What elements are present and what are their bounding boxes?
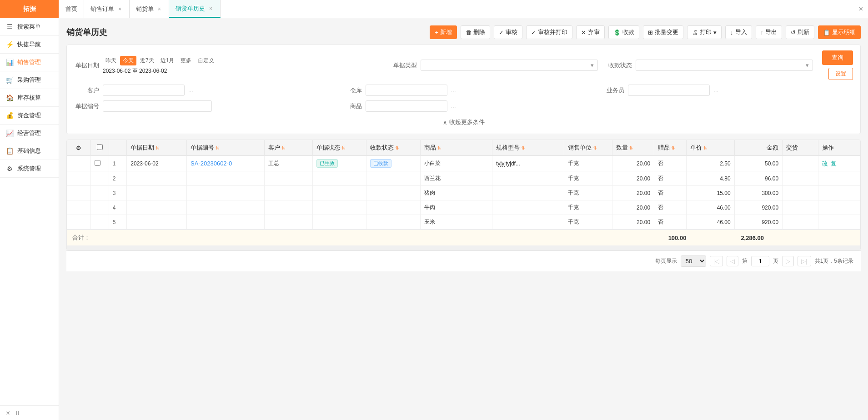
sidebar-item-label: 资金管理 [17,111,41,120]
date-tab-today[interactable]: 今天 [120,56,136,65]
abandon-button[interactable]: ✕ 弃审 [576,25,605,39]
edit-action-0[interactable]: 改 [822,160,828,168]
first-page-btn[interactable]: |◁ [710,256,723,266]
page-input[interactable] [751,256,769,266]
filter-salesman: 业务员 ... [599,85,853,96]
sidebar-item-inventory[interactable]: 🏠 库存核算 [0,89,59,107]
product-dots[interactable]: ... [451,103,456,110]
th-check[interactable] [91,140,109,156]
customer-input[interactable] [103,85,185,96]
date-tab-custom[interactable]: 自定义 [195,56,217,65]
th-settings[interactable]: ⚙ [67,140,91,156]
audit-button[interactable]: ✓ 审核 [494,25,522,39]
warehouse-dots[interactable]: ... [451,87,456,94]
tab-sales-order[interactable]: 销售订单 × [84,0,130,18]
query-button[interactable]: 查询 [822,50,853,65]
last-page-btn[interactable]: ▷| [798,256,811,266]
sidebar-item-purchase-mgmt[interactable]: 🛒 采购管理 [0,71,59,89]
salesman-dots[interactable]: ... [713,87,718,94]
date-tab-1month[interactable]: 近1月 [158,56,177,65]
show-detail-button[interactable]: 📋 显示明细 [818,25,861,39]
td-price-2: 15.00 [687,186,734,200]
data-table: ⚙ 单据日期⇅ 单据编号⇅ 客户⇅ [67,140,860,230]
sidebar-item-label: 搜索菜单 [17,23,41,31]
prev-page-btn[interactable]: ◁ [727,256,738,266]
doc-no-input[interactable] [103,100,212,112]
th-gift[interactable]: 赠品⇅ [654,140,687,156]
sidebar-item-finance[interactable]: 💰 资金管理 [0,107,59,125]
select-all-checkbox[interactable] [97,144,103,150]
td-pay-status-3 [366,200,421,215]
th-product-label: 商品 [424,144,436,152]
th-qty[interactable]: 数量⇅ [612,140,654,156]
th-product[interactable]: 商品⇅ [421,140,492,156]
next-page-btn[interactable]: ▷ [782,256,794,266]
print-button[interactable]: 🖨 打印 ▾ [687,25,722,39]
tab-sales-history[interactable]: 销货单历史 × [169,0,221,18]
td-check-3[interactable] [91,200,109,215]
td-unit-3: 千克 [564,200,612,215]
td-product-4: 玉米 [421,215,492,230]
th-customer[interactable]: 客户⇅ [265,140,312,156]
warehouse-input[interactable] [366,85,447,96]
doc-no-link[interactable]: SA-20230602-0 [191,160,232,167]
audit-print-button[interactable]: ✓ 审核并打印 [526,25,572,39]
td-product-1: 西兰花 [421,171,492,186]
delete-button[interactable]: 🗑 删除 [461,25,490,39]
batch-change-button[interactable]: ⊞ 批量变更 [643,25,683,39]
customer-dots[interactable]: ... [188,87,193,94]
sidebar-item-label: 采购管理 [17,76,41,84]
tab-home[interactable]: 首页 [59,0,84,18]
td-check-4[interactable] [91,215,109,230]
sidebar-item-quick-nav[interactable]: ⚡ 快捷导航 [0,36,59,54]
horizontal-scrollbar[interactable] [67,245,860,250]
sidebar-item-system-mgmt[interactable]: ⚙ 系统管理 [0,160,59,178]
date-tab-yesterday[interactable]: 昨天 [103,56,119,65]
copy-action-0[interactable]: 复 [831,160,837,168]
page-header: 销货单历史 + 新增 🗑 删除 ✓ 审核 ✓ 审核并打印 [66,25,861,39]
salesman-input[interactable] [628,85,710,96]
sidebar-bottom-icon2[interactable]: ⏸ [15,410,20,416]
sidebar-item-operations[interactable]: 📈 经营管理 [0,125,59,142]
th-unit[interactable]: 销售单位⇅ [564,140,612,156]
setting-button[interactable]: 设置 [828,68,853,80]
sidebar-bottom-icon1[interactable]: ☀ [5,410,11,416]
th-price[interactable]: 单价⇅ [687,140,734,156]
import-button[interactable]: ↓ 导入 [725,25,752,39]
per-page-select[interactable]: 50 100 200 [681,255,706,267]
date-tab-more[interactable]: 更多 [178,56,194,65]
td-row-no-0: 1 [109,156,127,171]
payment-status-select[interactable]: ▾ [636,60,813,71]
sidebar-item-sales-mgmt[interactable]: 📊 销售管理 [0,54,59,71]
product-input[interactable] [366,100,447,112]
th-doc-date[interactable]: 单据日期⇅ [127,140,187,156]
tab-sales-order-close[interactable]: × [117,5,123,13]
td-doc-no-0[interactable]: SA-20230602-0 [187,156,265,171]
th-pay-status[interactable]: 收款状态⇅ [366,140,421,156]
date-tab-7days[interactable]: 近7天 [137,56,157,65]
row-checkbox-0[interactable] [95,160,100,166]
th-doc-no[interactable]: 单据编号⇅ [187,140,265,156]
tab-sales-history-close[interactable]: × [208,5,214,12]
td-check-0[interactable] [91,156,109,171]
td-unit-0: 千克 [564,156,612,171]
doc-type-select[interactable]: ▾ [421,60,598,71]
th-doc-status[interactable]: 单据状态⇅ [312,140,366,156]
add-button[interactable]: + 新增 [430,25,457,39]
tab-sales-delivery[interactable]: 销货单 × [130,0,169,18]
add-icon: + [435,29,438,36]
refresh-button[interactable]: ↺ 刷新 [786,25,814,39]
settings-icon: ⚙ [76,145,81,151]
sidebar-item-search-menu[interactable]: ☰ 搜索菜单 [0,18,59,36]
tab-sales-delivery-close[interactable]: × [156,5,162,13]
td-gift-3: 否 [654,200,687,215]
sidebar-item-basic-info[interactable]: 📋 基础信息 [0,142,59,160]
td-check-2[interactable] [91,186,109,200]
th-spec[interactable]: 规格型号⇅ [492,140,564,156]
receive-button[interactable]: 💲 收款 [608,25,639,39]
collapse-button[interactable]: ∧ 收起更多条件 [74,116,853,128]
th-row-no [109,140,127,156]
tab-bar-end[interactable]: ✕ [858,0,868,18]
export-button[interactable]: ↑ 导出 [756,25,783,39]
td-check-1[interactable] [91,171,109,186]
